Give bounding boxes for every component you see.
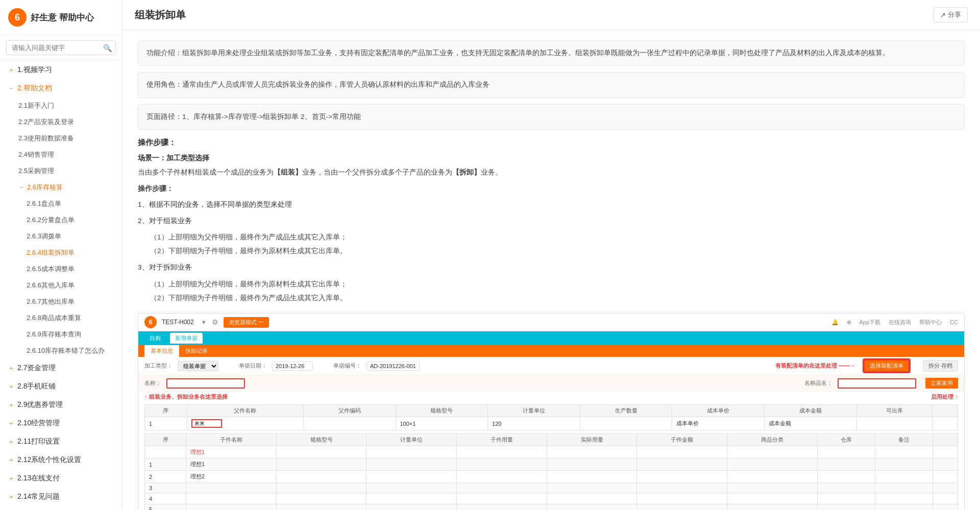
ss-tab-home[interactable]: 自购 [144,333,166,344]
sidebar-item-inventory[interactable]: － 2.6库存核算 [0,179,122,196]
ss-label-date: 单据日期： [239,362,267,370]
path-intro-block: 页面路径：1、库存核算->库存管理->组装拆卸单 2、首页->常用功能 [138,104,965,130]
sidebar: 6 好生意 帮助中心 🔍 ＋ 1.视频学习 － 2.帮助文档 2.1新手入门 2… [0,0,122,510]
ss-top-bar: 6 TEST-H002 ▼ ⚙ 浏览器模式 一 🔔 ⊕ App下载 在线咨询 帮… [138,313,964,331]
ss-settings-icon: ⚙ [212,318,218,326]
sidebar-item-inv7[interactable]: 2.6.7其他出库单 [0,294,122,310]
sidebar-item-coupon[interactable]: ＋ 2.9优惠券管理 [0,396,122,414]
ss-help: 在线咨询 [889,319,911,326]
th-parent-code: 父件编码 [303,405,396,417]
ops-section-title: 操作步骤： [138,138,965,148]
path-intro-text: 页面路径：1、库存核算->库存管理->组装拆卸单 2、首页->常用功能 [146,113,361,120]
ss-table1-container: 序 父件名称 父件编码 规格型号 计量单位 生产数量 成本单价 成本金额 可出库 [138,402,964,430]
sidebar-item-ops[interactable]: ＋ 2.10经营管理 [0,414,122,432]
step3: 3、对于拆卸业务 [138,261,965,274]
ss-form-row2: 名称： 名称品名： 立家家用 [138,375,964,392]
logo-icon: 6 [8,8,27,27]
scene1-steps-title: 操作步骤： [138,182,965,196]
brand-name: 好生意 帮助中心 [31,12,94,23]
assemble-item1: （1）上部明细为父件明细，最终作为产成品生成其它入库单； [138,230,965,244]
sidebar-item-video[interactable]: ＋ 1.视频学习 [0,61,122,79]
sidebar-item-cases[interactable]: ＋ 2.15操作案例 [0,506,122,510]
step2: 2、对于组装业务 [138,214,965,228]
th-unit: 计量单位 [488,405,580,417]
ss-teal-bar: 自购 新增单据 [138,331,964,345]
ss-tab-new[interactable]: 新增单据 [170,333,203,344]
ss-table2-container: 序 子件名称 规格型号 计量单位 子件用量 实际用量 子件金额 商品分类 仓库 … [138,433,964,510]
sidebar-item-inv2[interactable]: 2.6.2分量盘点单 [0,212,122,228]
ss-warehousename-input[interactable] [838,378,916,388]
ss-extra-btn[interactable]: 拆分 存档 [923,360,958,372]
plus-icon-cash: ＋ [8,364,14,373]
sidebar-item-inv6[interactable]: 2.6.6其他入库单 [0,277,122,294]
sidebar-item-inv8[interactable]: 2.6.8商品成本重算 [0,310,122,326]
share-button[interactable]: ↗ 分享 [934,7,968,22]
ss-app-id: TEST-H002 [162,319,194,326]
ss-add-icon: ⊕ [847,319,851,326]
ss-help2: 帮助中心 [919,319,942,326]
search-input[interactable] [6,40,116,55]
ss-sub-tab-basic[interactable]: 基本信息 [144,345,179,357]
sidebar-item-inv5[interactable]: 2.6.5成本调整单 [0,261,122,277]
parent-name-input[interactable] [191,419,222,428]
th2-remark: 备注 [875,434,933,446]
th2-seq: 序 [145,434,186,446]
sidebar-item-video-label: 1.视频学习 [17,65,52,75]
th2-spec: 规格型号 [276,434,366,446]
sidebar-item-docs-label: 2.帮助文档 [17,84,52,93]
search-button[interactable]: 🔍 [103,44,112,52]
annotation-type: ↑ 组装业务、拆卸业务在这里选择 [144,394,228,400]
assemble-item2: （2）下部明细为子件明细，最终作为原材料生成其它出库单。 [138,244,965,258]
ss-confirm-btn[interactable]: 立家家用 [925,378,958,388]
sidebar-item-inv4[interactable]: 2.6.4组装拆卸单 [0,245,122,261]
minus-icon: － [8,84,14,93]
ss-nav-btn[interactable]: 浏览器模式 一 [224,317,269,328]
ss-bell-icon: 🔔 [831,319,839,326]
table-row: 理想1 [145,446,958,458]
sidebar-item-faq[interactable]: ＋ 2.14常见问题 [0,488,122,506]
scene1-title: 场景一：加工类型选择 [138,154,965,163]
ss-name-input[interactable] [166,378,245,388]
sidebar-item-print[interactable]: ＋ 2.11打印设置 [0,432,122,451]
ss-form-row1: 加工类型： 组装单据 拆卸单据 单据日期： 2019-12-26 单据编号： A… [138,357,964,375]
plus-icon-online: ＋ [8,474,14,483]
sidebar-item-inv10[interactable]: 2.6.10库存账本错了怎么办 [0,343,122,359]
ss-select-bom-btn[interactable]: 选择装配清单 [864,359,910,372]
ss-sub-tab-record[interactable]: 拆卸记录 [179,345,214,357]
sidebar-item-install[interactable]: 2.2产品安装及登录 [0,114,122,130]
page-title: 组装拆卸单 [135,8,186,22]
disassemble-item2: （2）下部明细为子件明细，最终作为产成品生成其它入库单。 [138,291,965,305]
sidebar-item-online[interactable]: ＋ 2.13在线支付 [0,469,122,488]
ss-select-type[interactable]: 组装单据 拆卸单据 [178,361,218,371]
table-row: 4 [145,494,958,504]
th2-category: 商品分类 [727,434,818,446]
sidebar-item-inv3[interactable]: 2.6.3调拨单 [0,228,122,245]
sidebar-item-purchase[interactable]: 2.5采购管理 [0,163,122,179]
plus-icon-print: ＋ [8,438,14,446]
th-qty: 生产数量 [580,405,672,417]
th2-qty-actual: 实际用量 [547,434,637,446]
sidebar-item-mobile[interactable]: ＋ 2.8手机旺铺 [0,377,122,396]
sidebar-item-data[interactable]: 2.3使用前数据准备 [0,130,122,147]
th2-name: 子件名称 [186,434,277,446]
ss-avatar: CC [950,319,958,325]
sidebar-item-docs[interactable]: － 2.帮助文档 [0,79,122,98]
ss-id-value: AD-20191226-001 [366,361,420,371]
th2-action [933,434,958,446]
page-body: 功能介绍：组装拆卸单用来处理企业组装或拆卸等加工业务，支持有固定装配清单的产品加… [122,30,980,510]
sidebar-item-inv9[interactable]: 2.6.9库存账本查询 [0,326,122,343]
ss-sub-tabs: 基本信息 拆卸记录 [138,345,964,357]
plus-icon-coupon: ＋ [8,401,14,409]
sidebar-item-sales[interactable]: 2.4销售管理 [0,147,122,163]
role-intro-text: 使用角色：通常由生产人员或库管人员完成拆装业务的操作，库管人员确认原材料的出库和… [146,81,489,88]
sidebar-item-custom[interactable]: ＋ 2.12系统个性化设置 [0,451,122,469]
table-row: 1 理想1 [145,458,958,471]
ss-label-type: 加工类型： [144,362,173,370]
sidebar-item-inv1[interactable]: 2.6.1盘点单 [0,196,122,212]
ss-dropdown-arrow: ▼ [201,319,207,325]
share-label: 分享 [948,10,961,19]
sidebar-item-cash[interactable]: ＋ 2.7资金管理 [0,359,122,377]
sidebar-item-newbie[interactable]: 2.1新手入门 [0,98,122,114]
screenshot-inner: 6 TEST-H002 ▼ ⚙ 浏览器模式 一 🔔 ⊕ App下载 在线咨询 帮… [138,313,964,510]
th-available: 可出库 [856,405,932,417]
